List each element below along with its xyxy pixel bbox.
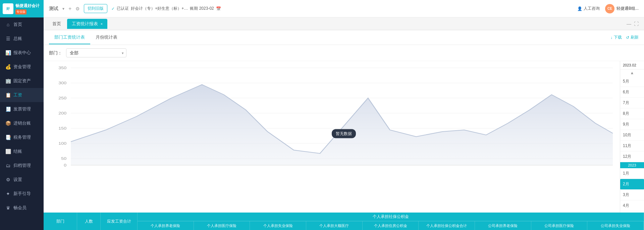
sidebar-logo: 好 畅捷通好会计 专业版 — [0, 0, 44, 17]
date-nav-down[interactable]: ▼ — [620, 211, 644, 213]
logo-icon: 好 — [3, 3, 13, 14]
sidebar-item-member[interactable]: ♛ 畅会员 — [0, 201, 44, 215]
refresh-btn[interactable]: ↺ 刷新 — [626, 35, 639, 40]
project-dropdown-icon[interactable]: ▾ — [62, 6, 64, 11]
date-month-9[interactable]: 9月 — [620, 119, 644, 130]
download-icon: ↓ — [610, 35, 612, 40]
topbar: 测试 ▾ + ⚙ 切到旧版 ✓ 已认证 好会计（专）+好生意（标）+… 账期 2… — [44, 0, 644, 17]
settle-icon: ⬜ — [5, 149, 11, 154]
assets-icon: 🏢 — [5, 78, 11, 84]
newguide-icon: ✦ — [5, 191, 11, 196]
svg-text:350: 350 — [58, 66, 66, 70]
sidebar-item-tax[interactable]: 📑 税务管理 — [0, 130, 44, 144]
tab-home[interactable]: 首页 — [48, 19, 66, 29]
date-month-11[interactable]: 11月 — [620, 141, 644, 151]
svg-text:0: 0 — [64, 163, 66, 168]
main-area: 测试 ▾ + ⚙ 切到旧版 ✓ 已认证 好会计（专）+好生意（标）+… 账期 2… — [44, 0, 644, 230]
switch-old-btn[interactable]: 切到旧版 — [84, 4, 107, 13]
sidebar-item-settle[interactable]: ⬜ 结账 — [0, 144, 44, 158]
chart-date-area: 350 300 250 200 150 100 50 0 — [44, 61, 644, 213]
window-minimize-icon[interactable]: — — [627, 21, 631, 27]
purchase-icon: 📦 — [5, 121, 11, 126]
svg-text:200: 200 — [58, 111, 66, 116]
content-area: 部门工资统计表 月份统计表 ↓ 下载 ↺ 刷新 部门： 全部 — [44, 30, 644, 230]
svg-text:150: 150 — [58, 126, 66, 131]
col-personal-housing: 个人承担住房公积金 — [363, 221, 419, 230]
subtab-actions: ↓ 下载 ↺ 刷新 — [610, 35, 639, 40]
sidebar-item-funds[interactable]: 💰 资金管理 — [0, 60, 44, 74]
username-label[interactable]: 轻捷通B组... — [616, 6, 639, 11]
tax-icon: 📑 — [5, 135, 11, 140]
calendar-icon[interactable]: 📅 — [216, 6, 221, 11]
col-group-personal-subs: 个人承担养老保险 个人承担医疗保险 个人承担失业保险 个人承担大额医疗 个人承担… — [138, 221, 644, 230]
svg-text:250: 250 — [58, 96, 66, 100]
date-month-6[interactable]: 6月 — [620, 87, 644, 98]
sidebar-item-ledger[interactable]: ☰ 总账 — [0, 32, 44, 46]
col-company-pension: 公司承担养老保险 — [475, 221, 531, 230]
sidebar-item-newguide[interactable]: ✦ 新手引导 — [0, 187, 44, 201]
filter-dept-select[interactable]: 全部 部门1 部门2 — [66, 48, 126, 57]
chart-svg: 350 300 250 200 150 100 50 0 — [49, 64, 617, 172]
archive-icon: 🗂 — [5, 163, 11, 168]
date-panel: 2023.02 ▲ 5月 6月 7月 8月 9月 10月 11月 12月 202… — [620, 61, 644, 213]
sidebar-item-home[interactable]: ⌂ 首页 — [0, 17, 44, 32]
sidebar-item-assets[interactable]: 🏢 固定资产 — [0, 74, 44, 88]
sidebar-item-purchase[interactable]: 📦 进销台账 — [0, 116, 44, 130]
col-count: 人数 — [77, 213, 101, 230]
add-icon[interactable]: + — [68, 6, 71, 12]
col-group-personal-label: 个人承担社保公积金 — [138, 213, 644, 221]
filter-bar: 部门： 全部 部门1 部门2 ▾ — [44, 45, 644, 61]
certified-icon: ✓ — [111, 6, 115, 11]
date-panel-year: 2023.02 — [620, 61, 644, 70]
date-month-2[interactable]: 2月 — [620, 179, 644, 190]
date-nav-up[interactable]: ▲ — [620, 70, 644, 76]
svg-text:50: 50 — [61, 156, 66, 161]
date-month-8[interactable]: 8月 — [620, 108, 644, 119]
period-label: 账期 2023-02 — [190, 6, 214, 11]
subtab-bar: 部门工资统计表 月份统计表 ↓ 下载 ↺ 刷新 — [44, 30, 644, 45]
tab-salary-report[interactable]: 工资统计报表 × — [67, 19, 107, 29]
sidebar-item-invoice[interactable]: 🧾 发票管理 — [0, 102, 44, 116]
sidebar-item-settings[interactable]: ⚙ 设置 — [0, 173, 44, 187]
subtab-dept[interactable]: 部门工资统计表 — [49, 31, 90, 44]
sidebar-item-archive[interactable]: 🗂 归档管理 — [0, 158, 44, 173]
service-icon: 👤 — [577, 6, 582, 11]
chart-area: 350 300 250 200 150 100 50 0 — [44, 61, 644, 213]
svg-text:100: 100 — [58, 141, 66, 146]
member-icon: ♛ — [5, 205, 11, 211]
col-company-unemploy: 公司承担失业保险 — [587, 221, 644, 230]
sidebar-item-salary[interactable]: 📋 工资 — [0, 88, 44, 102]
tab-close-icon[interactable]: × — [101, 22, 103, 26]
date-month-7[interactable]: 7月 — [620, 98, 644, 108]
home-icon: ⌂ — [5, 22, 11, 27]
service-btn[interactable]: 👤 人工咨询 — [577, 6, 600, 11]
col-total-salary: 应发工资合计 — [101, 213, 138, 230]
col-personal-medical: 个人承担医疗保险 — [194, 221, 250, 230]
funds-icon: 💰 — [5, 64, 11, 70]
col-personal-pension: 个人承担养老保险 — [138, 221, 194, 230]
ledger-icon: ☰ — [5, 36, 11, 41]
date-month-10[interactable]: 10月 — [620, 130, 644, 141]
date-month-3[interactable]: 3月 — [620, 190, 644, 200]
year-marker-2023: 2023 — [620, 162, 644, 168]
col-personal-total: 个人承担社保公积金合计 — [419, 221, 475, 230]
date-month-5[interactable]: 5月 — [620, 76, 644, 87]
invoice-icon: 🧾 — [5, 106, 11, 112]
date-month-1[interactable]: 1月 — [620, 168, 644, 179]
user-area: CE 轻捷通B组... — [605, 4, 639, 13]
date-month-12[interactable]: 12月 — [620, 151, 644, 162]
salary-icon: 📋 — [5, 92, 11, 98]
tabbar: 首页 工资统计报表 × — ⛶ — [44, 17, 644, 30]
col-personal-unemploy: 个人承担失业保险 — [250, 221, 306, 230]
settings-icon[interactable]: ⚙ — [75, 6, 80, 11]
sidebar-item-reports[interactable]: 📊 报表中心 — [0, 46, 44, 60]
topbar-right: 👤 人工咨询 CE 轻捷通B组... — [577, 4, 639, 13]
window-maximize-icon[interactable]: ⛶ — [634, 21, 639, 27]
date-month-4[interactable]: 4月 — [620, 200, 644, 211]
reports-icon: 📊 — [5, 50, 11, 55]
project-title: 测试 — [49, 6, 58, 12]
settings-icon: ⚙ — [5, 177, 11, 182]
subtab-month[interactable]: 月份统计表 — [90, 31, 123, 44]
download-btn[interactable]: ↓ 下载 — [610, 35, 622, 40]
col-group-personal: 个人承担社保公积金 个人承担养老保险 个人承担医疗保险 个人承担失业保险 个人承… — [138, 213, 644, 230]
